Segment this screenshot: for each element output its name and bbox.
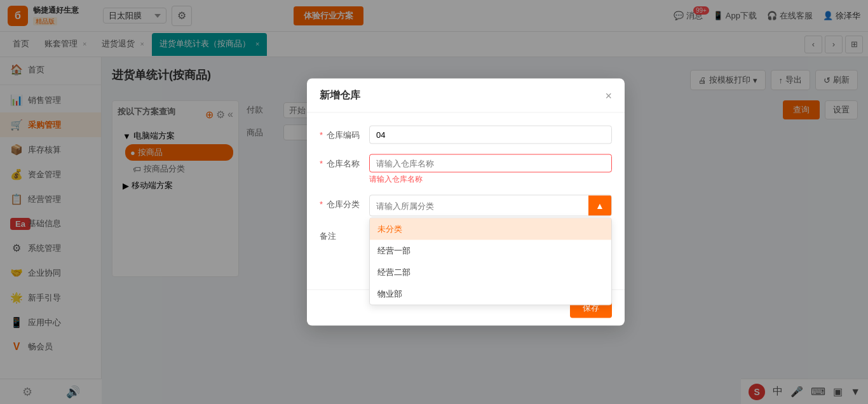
required-star-code: * [320, 130, 323, 140]
category-control: ▲ 未分类 经营一部 经营二部 物业部 [369, 195, 612, 217]
form-row-category: * 仓库分类 ▲ 未分类 经营一部 经营二部 物业部 [320, 195, 612, 217]
category-wrapper: ▲ 未分类 经营一部 经营二部 物业部 [369, 195, 612, 217]
dropdown-item-0[interactable]: 未分类 [370, 219, 611, 240]
name-control: 请输入仓库名称 [369, 154, 612, 185]
dropdown-item-3[interactable]: 物业部 [370, 283, 611, 305]
name-error-msg: 请输入仓库名称 [369, 174, 612, 185]
required-star-cat: * [320, 199, 323, 209]
name-label: * 仓库名称 [320, 154, 364, 170]
code-label: * 仓库编码 [320, 126, 364, 141]
code-control [369, 126, 612, 144]
category-input-row: ▲ [369, 195, 612, 217]
category-dropdown: 未分类 经营一部 经营二部 物业部 [369, 218, 612, 306]
new-warehouse-modal: 新增仓库 × * 仓库编码 * 仓库名称 请输入仓库名称 [307, 79, 625, 326]
modal-title: 新增仓库 [320, 89, 360, 102]
code-input[interactable] [369, 126, 612, 144]
category-toggle-btn[interactable]: ▲ [588, 196, 611, 216]
note-label: 备注 [320, 227, 364, 242]
required-star-name: * [320, 159, 323, 168]
modal-close-btn[interactable]: × [605, 90, 612, 101]
dropdown-item-1[interactable]: 经营一部 [370, 240, 611, 262]
category-input[interactable] [370, 197, 588, 214]
form-row-code: * 仓库编码 [320, 126, 612, 144]
form-row-name: * 仓库名称 请输入仓库名称 [320, 154, 612, 185]
modal-body: * 仓库编码 * 仓库名称 请输入仓库名称 * 仓库分类 [307, 113, 625, 290]
dropdown-item-2[interactable]: 经营二部 [370, 262, 611, 283]
category-label: * 仓库分类 [320, 195, 364, 210]
modal-header: 新增仓库 × [307, 79, 625, 113]
name-input[interactable] [369, 154, 612, 173]
